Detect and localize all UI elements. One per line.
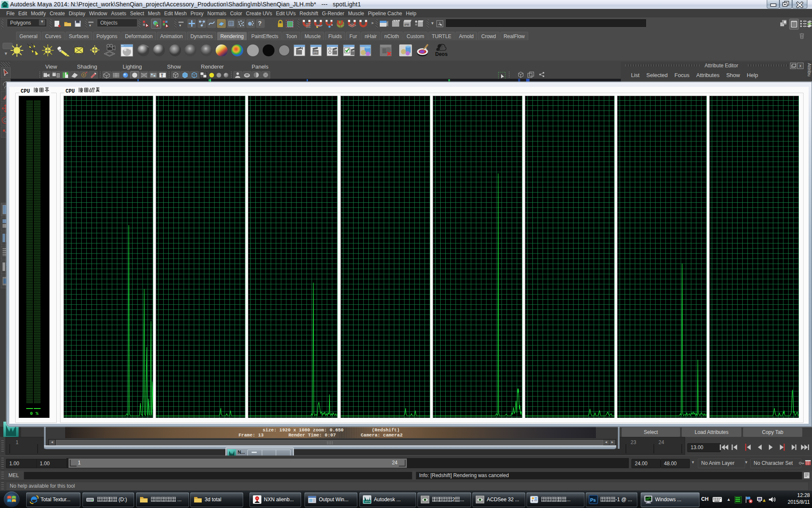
svg-text:IPR: IPR bbox=[404, 23, 409, 26]
svg-text:Ps: Ps bbox=[590, 497, 596, 502]
svg-text:Deos: Deos bbox=[435, 51, 448, 57]
svg-text:IPR: IPR bbox=[313, 51, 318, 54]
svg-text:T: T bbox=[161, 73, 163, 78]
svg-text:MAYA: MAYA bbox=[365, 501, 370, 503]
